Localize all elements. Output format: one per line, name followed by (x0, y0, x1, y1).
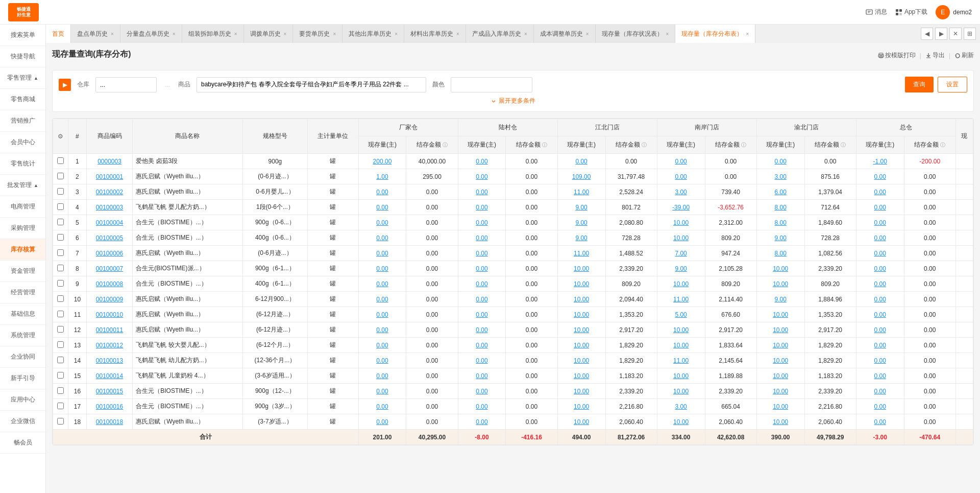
sidebar-item-member[interactable]: 会员中心 (0, 132, 45, 153)
row-checkbox[interactable] (57, 387, 64, 394)
info-icon[interactable]: ⓘ (841, 142, 846, 148)
cell-checkbox[interactable] (53, 353, 68, 368)
sidebar-item-basic-info[interactable]: 基础信息 (0, 303, 45, 325)
app-download-button[interactable]: App下载 (895, 8, 927, 16)
tab-partial-check[interactable]: 分量盘点单历史 × (120, 25, 182, 43)
cell-checkbox[interactable] (53, 292, 68, 307)
tab-stock-distribution[interactable]: 现存量（库存分布表） × (675, 25, 755, 43)
tab-home[interactable]: 首页 (46, 25, 71, 43)
tab-prev-button[interactable]: ◀ (921, 28, 933, 40)
sidebar-item-app-center[interactable]: 应用中心 (0, 389, 45, 411)
cell-checkbox[interactable] (53, 215, 68, 230)
row-checkbox[interactable] (57, 219, 64, 225)
row-checkbox[interactable] (57, 372, 64, 379)
toggle-filter-button[interactable]: ▶ (59, 79, 71, 91)
row-checkbox[interactable] (57, 341, 64, 348)
sidebar-item-inventory[interactable]: 库存核算 (0, 239, 45, 261)
tab-close-icon[interactable]: × (586, 31, 589, 37)
sidebar-item-purchase[interactable]: 采购管理 (0, 218, 45, 239)
expand-conditions-button[interactable]: 展开更多条件 (491, 97, 535, 105)
row-checkbox[interactable] (57, 403, 64, 409)
user-menu[interactable]: E demo2 (936, 5, 972, 19)
info-icon[interactable]: ⓘ (642, 142, 647, 148)
tab-expand-button[interactable]: ⊞ (964, 28, 976, 40)
row-checkbox[interactable] (57, 157, 64, 164)
cell-checkbox[interactable] (53, 338, 68, 353)
refresh-button[interactable]: 刷新 (954, 51, 974, 60)
row-checkbox[interactable] (57, 188, 64, 195)
sidebar-item-system[interactable]: 系统管理 (0, 325, 45, 346)
tab-close-all-button[interactable]: ✕ (949, 28, 962, 40)
sidebar-item-retail-mgmt[interactable]: 零售管理 ▲ (0, 67, 45, 89)
cell-checkbox[interactable] (53, 246, 68, 261)
tab-close-icon[interactable]: × (524, 31, 527, 37)
cell-checkbox[interactable] (53, 384, 68, 399)
cell-checkbox[interactable] (53, 261, 68, 276)
warehouse-input[interactable] (95, 77, 157, 92)
row-checkbox[interactable] (57, 234, 64, 241)
setting-button[interactable]: 设置 (938, 77, 967, 92)
row-checkbox[interactable] (57, 418, 64, 425)
column-settings-icon[interactable]: ⚙ (58, 133, 63, 140)
cell-checkbox[interactable] (53, 154, 68, 169)
sidebar-item-vip[interactable]: 畅会员 (0, 432, 45, 454)
tab-assemble[interactable]: 组装拆卸单历史 × (182, 25, 244, 43)
tab-close-icon[interactable]: × (456, 31, 459, 37)
tab-next-button[interactable]: ▶ (935, 28, 947, 40)
sidebar-item-marketing[interactable]: 营销推广 (0, 110, 45, 132)
row-checkbox[interactable] (57, 280, 64, 287)
cell-checkbox[interactable] (53, 322, 68, 338)
tab-close-icon[interactable]: × (234, 31, 237, 37)
cell-checkbox[interactable] (53, 276, 68, 292)
row-checkbox[interactable] (57, 311, 64, 317)
sidebar-item-wholesale[interactable]: 批发管理 ▲ (0, 175, 45, 196)
cell-checkbox[interactable] (53, 368, 68, 384)
row-checkbox[interactable] (57, 326, 64, 333)
sidebar-item-guide[interactable]: 新手引导 (0, 368, 45, 389)
tab-purchase-order[interactable]: 要货单历史 × (293, 25, 342, 43)
tab-close-icon[interactable]: × (666, 31, 669, 37)
sidebar-item-ecommerce[interactable]: 电商管理 (0, 196, 45, 218)
cell-checkbox[interactable] (53, 200, 68, 215)
info-icon[interactable]: ⓘ (940, 142, 945, 148)
tab-cost-adjust[interactable]: 成本调整单历史 × (534, 25, 596, 43)
row-checkbox[interactable] (57, 249, 64, 256)
info-icon[interactable]: ⓘ (741, 142, 746, 148)
tab-close-icon[interactable]: × (746, 31, 749, 37)
tab-close-icon[interactable]: × (395, 31, 398, 37)
export-button[interactable]: 导出 (925, 51, 945, 60)
sidebar-item-search[interactable]: 搜索英单 (0, 25, 45, 46)
info-icon[interactable]: ⓘ (542, 142, 547, 148)
tab-close-icon[interactable]: × (173, 31, 176, 37)
sidebar-item-nav[interactable]: 快捷导航 (0, 46, 45, 67)
tab-inventory-check[interactable]: 盘点单历史 × (71, 25, 120, 43)
sidebar-item-enterprise[interactable]: 企业协同 (0, 346, 45, 368)
row-checkbox[interactable] (57, 203, 64, 210)
info-icon[interactable]: ⓘ (443, 142, 448, 148)
tab-product-in[interactable]: 产成品入库单历史 × (466, 25, 534, 43)
tab-transfer[interactable]: 调拨单历史 × (244, 25, 293, 43)
sidebar-item-retail-mall[interactable]: 零售商城 (0, 89, 45, 110)
row-checkbox[interactable] (57, 295, 64, 302)
color-input[interactable] (451, 77, 532, 92)
print-button[interactable]: 按模版打印 (878, 51, 916, 60)
row-checkbox[interactable] (57, 265, 64, 271)
row-checkbox[interactable] (57, 173, 64, 179)
cell-checkbox[interactable] (53, 307, 68, 322)
sidebar-item-finance[interactable]: 资金管理 (0, 261, 45, 282)
cell-checkbox[interactable] (53, 414, 68, 430)
tab-stock-status[interactable]: 现存量（库存状况表） × (596, 25, 676, 43)
tab-other-out[interactable]: 其他出库单历史 × (342, 25, 404, 43)
cell-checkbox[interactable] (53, 230, 68, 246)
col-settings[interactable]: ⚙ (53, 119, 68, 154)
row-checkbox[interactable] (57, 357, 64, 363)
tab-close-icon[interactable]: × (284, 31, 287, 37)
cell-checkbox[interactable] (53, 399, 68, 414)
sidebar-item-wechat[interactable]: 企业微信 (0, 411, 45, 432)
tab-material-out[interactable]: 材料出库单历史 × (404, 25, 466, 43)
goods-input[interactable] (197, 77, 426, 92)
query-button[interactable]: 查询 (905, 77, 934, 92)
sidebar-item-business[interactable]: 经营管理 (0, 282, 45, 303)
messages-button[interactable]: 消息 (866, 8, 887, 16)
sidebar-item-retail-stat[interactable]: 零售统计 (0, 153, 45, 175)
